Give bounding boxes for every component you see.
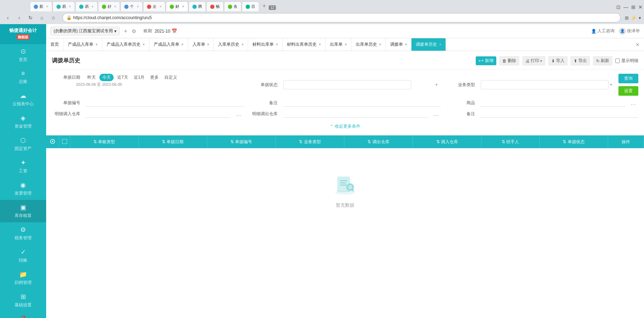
date-btn-7days[interactable]: 近7天 [115,74,130,81]
date-btn-yesterday[interactable]: 昨天 [85,74,98,81]
sidebar-item-archive[interactable]: 📁 归档管理 [0,267,46,289]
nav-tab-11-active[interactable]: 调拨单历史 × [411,38,446,51]
service-button[interactable]: 👤 人工咨询 [591,28,615,34]
nav-tab-close-11[interactable]: × [439,43,441,46]
sidebar-item-home[interactable]: ⊙ 首页 [0,44,46,66]
nav-tab-3[interactable]: 产成品入库单 × [149,38,188,51]
nav-tab-close-8[interactable]: × [345,43,347,46]
collapse-button[interactable]: ⌃ 收起更多条件 [330,123,360,129]
sidebar-item-invoice[interactable]: ◉ 发票管理 [0,178,46,200]
display-toggle[interactable]: 显示明细 [615,58,638,64]
tab-2[interactable]: 易 × [53,1,75,11]
nav-tab-close-7[interactable]: × [319,43,321,46]
voucher-no-input[interactable] [86,99,244,107]
nav-tab-8[interactable]: 出库单 × [326,38,351,51]
nav-tab-close-10[interactable]: × [405,43,407,46]
date-btn-today[interactable]: 今天 [99,74,114,81]
sidebar-item-tax[interactable]: ⚙ 税务管理 [0,222,46,245]
import-button[interactable]: ⬇ 导入 [548,56,568,66]
col-date[interactable]: ⇅ 单据日期 [138,135,207,148]
col-business[interactable]: ⇅ 业务类型 [275,135,344,148]
nav-tab-5[interactable]: 入库单历史 × [214,38,248,51]
tab-11[interactable]: 目 [242,1,259,11]
sidebar-item-close[interactable]: ✓ 结账 [0,245,46,267]
refresh-button[interactable]: ↻ [26,13,36,23]
tab-8[interactable]: 腾 [189,1,206,11]
close-all-button[interactable]: ✕ [631,42,644,48]
nav-tab-close-1[interactable]: × [95,43,98,46]
back-button[interactable]: ‹ [3,13,13,23]
tab-10[interactable]: 各 [224,1,241,11]
address-bar[interactable]: 🔒 https://cloud.chanjet.com/accounting/u… [62,13,621,22]
tab-1[interactable]: 新 × [30,1,52,11]
tab-7-active[interactable]: 好 × [166,1,188,11]
date-btn-custom[interactable]: 自定义 [162,74,179,81]
sidebar-item-fund[interactable]: ◈ 资金管理 [0,111,46,133]
add-company-button[interactable]: + [122,28,129,34]
delete-button[interactable]: 🗑 删除 [499,56,519,66]
home-button[interactable]: ⌂ [37,13,47,23]
nav-tab-close-5[interactable]: × [241,43,244,46]
new-button[interactable]: + + 新增 [476,56,496,65]
settings-gear-icon[interactable]: ⚙ [132,28,136,34]
more-button[interactable]: ▾ [639,15,641,21]
sidebar-item-payroll[interactable]: ✦ 工资 [0,155,46,178]
print-button[interactable]: 🖨 打印 ▾ [522,56,545,66]
nav-tab-10[interactable]: 调拨单 × [386,38,412,51]
col-status[interactable]: ⇅ 单据状态 [539,135,608,148]
nav-tab-6[interactable]: 材料出库单 × [248,38,283,51]
refresh-button[interactable]: ↻ 刷新 [593,56,612,66]
setting-button[interactable]: 设置 [618,86,638,96]
nav-tab-close-9[interactable]: × [379,43,381,46]
date-btn-1month[interactable]: 近1月 [132,74,147,81]
col-no[interactable]: ⇅ 单据编号 [207,135,275,148]
goods-more-icon[interactable]: … [628,100,638,106]
new-tab-button[interactable]: + [260,2,269,11]
nav-tab-close-6[interactable]: × [276,43,278,46]
select-all-checkbox[interactable] [62,139,67,144]
col-in-wh[interactable]: ⇅ 调入仓库 [413,135,481,148]
query-button[interactable]: 查询 [618,74,638,83]
nav-tab-close-3[interactable]: × [181,43,184,46]
display-checkbox[interactable] [615,58,620,63]
table-header-check[interactable] [59,135,70,148]
sidebar-item-cloud-report[interactable]: ☁ 云报表中心 [0,88,46,111]
bookmark-button[interactable]: ☆ [48,13,58,23]
out-warehouse-input[interactable] [283,110,428,118]
col-handler[interactable]: ⇅ 经手人 [481,135,540,148]
nav-tab-4[interactable]: 入库单 × [188,38,214,51]
nav-tab-home[interactable]: 首页 [46,38,64,51]
nav-tab-close-2[interactable]: × [143,43,145,46]
sidebar-item-ledger[interactable]: ≡ 总账 [0,66,46,88]
table-header-settings[interactable] [46,135,59,148]
col-out-wh[interactable]: ⇅ 调出仓库 [344,135,413,148]
export-button[interactable]: ⬆ 导出 [571,56,590,66]
tab-5[interactable]: 个 × [120,1,143,11]
business-type-select[interactable] [481,80,608,89]
remark-input[interactable] [283,99,441,107]
out-warehouse-more-icon[interactable]: … [431,111,441,117]
nav-tab-1[interactable]: 产成品入库单 × [64,38,102,51]
tab-4[interactable]: 好 × [98,1,120,11]
sidebar-item-inventory[interactable]: ▣ 库存核算 [0,200,46,222]
sidebar-item-fixed-asset[interactable]: ⬡ 固定资产 [0,133,46,155]
goods-input[interactable] [481,99,626,107]
forward-button[interactable]: › [14,13,24,23]
in-warehouse-input[interactable] [86,110,231,118]
period-value[interactable]: 2021-10 📅 [155,28,177,34]
lightning-icon[interactable]: ⚡ [631,15,637,21]
user-menu[interactable]: 👤 徐泽华 [619,28,640,35]
extensions-icon[interactable]: ⊞ [625,15,629,21]
sidebar-item-guide[interactable]: ❓ 新手引导 [0,312,46,318]
nav-tab-close-4[interactable]: × [207,43,209,46]
tab-3[interactable]: 易 × [75,1,98,11]
company-select[interactable]: (勿删勿禁用) 江西服宝测试专用 ▾ [50,27,120,35]
col-type[interactable]: ⇅ 单账类型 [70,135,138,148]
status-select[interactable] [283,80,411,89]
date-btn-more[interactable]: 更多 [148,74,161,81]
nav-tab-2[interactable]: 产成品入库单历史 × [102,38,149,51]
tab-9[interactable]: 畅 [206,1,224,11]
remark2-input[interactable] [481,110,638,118]
nav-tab-9[interactable]: 出库单历史 × [351,38,386,51]
sidebar-item-settings[interactable]: ⊞ 基础设置 [0,289,46,312]
